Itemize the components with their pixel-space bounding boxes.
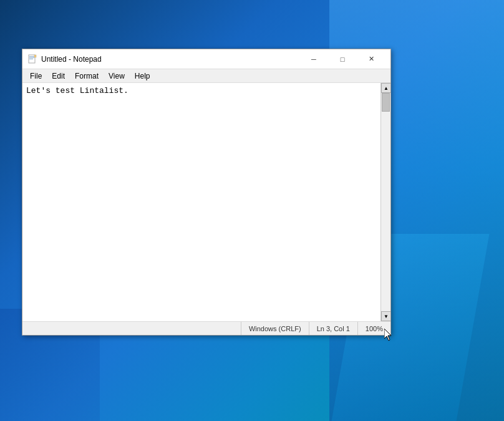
svg-rect-3: [29, 59, 33, 59]
status-zoom: 100%: [357, 322, 390, 335]
status-bar: Windows (CRLF) Ln 3, Col 1 100%: [22, 321, 390, 335]
menu-edit[interactable]: Edit: [47, 70, 70, 82]
svg-rect-4: [34, 55, 36, 57]
scroll-thumb[interactable]: [382, 93, 390, 112]
menu-bar: File Edit Format View Help: [22, 69, 390, 83]
window-title: Untitled - Notepad: [41, 55, 299, 64]
notepad-icon: [27, 54, 37, 64]
svg-rect-2: [29, 57, 34, 58]
vertical-scrollbar[interactable]: ▲ ▼: [380, 83, 390, 321]
svg-rect-1: [29, 56, 34, 57]
title-bar: Untitled - Notepad ─ □ ✕: [22, 49, 390, 69]
notepad-window: Untitled - Notepad ─ □ ✕ File Edit Forma…: [22, 49, 391, 336]
window-controls: ─ □ ✕: [299, 49, 385, 69]
scroll-track[interactable]: [381, 93, 390, 311]
scroll-up-button[interactable]: ▲: [381, 83, 390, 93]
menu-file[interactable]: File: [25, 70, 47, 82]
maximize-button[interactable]: □: [328, 49, 357, 69]
menu-view[interactable]: View: [104, 70, 130, 82]
editor-textarea[interactable]: Let's test Lintalist.: [22, 83, 390, 321]
text-area-container: Let's test Lintalist. ▲ ▼: [22, 83, 390, 321]
status-encoding: Windows (CRLF): [241, 322, 309, 335]
menu-help[interactable]: Help: [130, 70, 155, 82]
scroll-down-button[interactable]: ▼: [381, 311, 390, 321]
minimize-button[interactable]: ─: [299, 49, 328, 69]
close-button[interactable]: ✕: [357, 49, 385, 69]
menu-format[interactable]: Format: [70, 70, 104, 82]
status-position: Ln 3, Col 1: [309, 322, 357, 335]
